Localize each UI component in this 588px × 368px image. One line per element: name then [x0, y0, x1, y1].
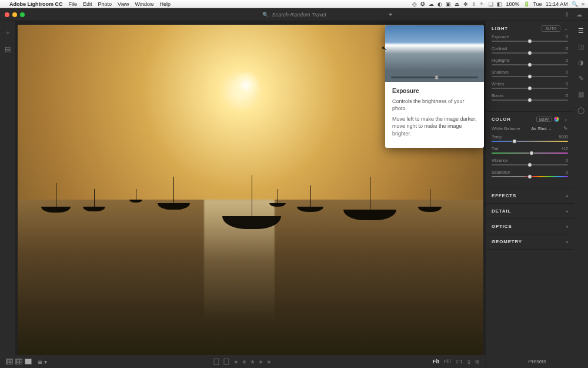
linear-gradient-icon[interactable]: ▥ — [578, 91, 584, 98]
square-grid-view-icon[interactable] — [15, 359, 22, 364]
slider-track[interactable] — [492, 88, 568, 89]
filmstrip-icon[interactable]: ⊞ — [475, 359, 480, 364]
geometry-section[interactable]: GEOMETRY ◂ — [486, 234, 574, 250]
slider-handle[interactable] — [527, 98, 532, 102]
radial-gradient-icon[interactable]: ◯ — [577, 107, 584, 114]
image-canvas[interactable]: ↖ Exposure Controls the brightness of yo… — [15, 21, 486, 355]
minimize-window-button[interactable] — [12, 12, 17, 17]
detail-section[interactable]: DETAIL ◂ — [486, 204, 574, 219]
slider-handle[interactable] — [527, 51, 532, 55]
slider-track[interactable] — [492, 152, 568, 154]
search-placeholder: Search Random Travel — [272, 12, 326, 18]
clock-time[interactable]: 11:14 AM — [546, 1, 568, 7]
light-section: LIGHT AUTO ⌄ Exposure0 Contrast0 Highlig… — [486, 21, 574, 112]
slider-handle[interactable] — [527, 39, 532, 44]
wb-dropdown-icon[interactable]: ⌄ — [548, 126, 552, 131]
slider-label: Highlights — [492, 58, 510, 62]
slider-value: 0 — [566, 82, 568, 86]
color-mixer-icon[interactable] — [554, 117, 559, 122]
slider-handle[interactable] — [527, 163, 532, 167]
light-chevron-icon[interactable]: ⌄ — [564, 26, 568, 31]
filter-icon[interactable]: ⏷ — [388, 12, 393, 18]
library-icon[interactable]: ▤ — [4, 45, 12, 53]
slider-handle[interactable] — [527, 174, 532, 179]
menu-photo[interactable]: Photo — [98, 1, 112, 7]
status-icon[interactable]: ⇪ — [472, 1, 476, 7]
status-icon[interactable]: ✻ — [463, 1, 468, 7]
tooltip-preview — [385, 25, 484, 82]
slider-label: Temp — [492, 135, 502, 139]
wifi-icon[interactable]: ᯤ — [480, 1, 485, 7]
slider-value: 5000 — [559, 135, 568, 139]
optics-section[interactable]: OPTICS ◂ — [486, 219, 574, 234]
share-icon[interactable]: ⇧ — [564, 11, 569, 18]
slider-label: Contrast — [492, 47, 507, 51]
fullscreen-window-button[interactable] — [20, 12, 25, 17]
status-icon[interactable]: ❑ — [489, 1, 493, 7]
status-icon[interactable]: ◧ — [497, 1, 502, 7]
crop-icon[interactable]: ◫ — [578, 43, 584, 51]
slider-track[interactable] — [492, 76, 568, 77]
eyedropper-icon[interactable]: ✎ — [563, 125, 568, 131]
slider-track[interactable] — [492, 176, 568, 177]
app-name[interactable]: Adobe Lightroom CC — [9, 1, 63, 7]
optics-title: OPTICS — [492, 224, 512, 229]
menu-window[interactable]: Window — [135, 1, 153, 7]
search-field[interactable]: 🔍 Search Random Travel — [262, 12, 326, 18]
star-rating[interactable]: ★ ★ ★ ★ ★ — [233, 359, 272, 365]
tooltip-text-1: Controls the brightness of your photo. — [392, 98, 477, 112]
info-icon[interactable]: ▯ — [467, 359, 470, 364]
status-icon[interactable]: ☁ — [429, 1, 434, 7]
brush-icon[interactable]: ✎ — [579, 75, 584, 82]
tooltip-title: Exposure — [392, 88, 477, 94]
close-window-button[interactable] — [5, 12, 9, 17]
status-icon[interactable]: ⏏ — [455, 1, 460, 7]
sort-icon[interactable]: ≣ ▾ — [38, 359, 47, 365]
zoom-1to1[interactable]: 1:1 — [455, 359, 463, 364]
menu-file[interactable]: File — [69, 1, 78, 7]
slider-track[interactable] — [492, 141, 568, 142]
slider-handle[interactable] — [529, 151, 534, 155]
tooltip-slider-handle[interactable] — [435, 75, 439, 79]
pick-flag-icon[interactable] — [213, 359, 219, 365]
slider-handle[interactable] — [512, 139, 517, 144]
slider-value: 0 — [566, 58, 568, 62]
grid-view-icon[interactable] — [6, 359, 13, 364]
menu-view[interactable]: View — [118, 1, 129, 7]
status-icon[interactable]: ◎ — [412, 1, 417, 7]
slider-handle[interactable] — [527, 62, 532, 67]
slider-track[interactable] — [492, 64, 568, 65]
zoom-fit[interactable]: Fit — [433, 359, 439, 364]
slider-handle[interactable] — [527, 86, 532, 91]
status-icon[interactable]: ▣ — [446, 1, 451, 7]
bw-toggle[interactable]: B&W — [536, 117, 552, 122]
slider-track[interactable] — [492, 164, 568, 165]
slider-label: Whites — [492, 82, 504, 86]
slider-track[interactable] — [492, 52, 568, 54]
reject-flag-icon[interactable] — [223, 359, 229, 365]
effects-section[interactable]: EFFECTS ◂ — [486, 188, 574, 204]
status-icon[interactable]: ◐ — [437, 1, 442, 7]
battery-icon[interactable]: 🔋 — [523, 1, 530, 7]
cloud-sync-icon[interactable]: ☁ — [576, 11, 582, 18]
geometry-title: GEOMETRY — [492, 239, 522, 244]
slider-label: Vibrance — [492, 158, 508, 163]
slider-track[interactable] — [492, 41, 568, 42]
slider-track[interactable] — [492, 100, 568, 101]
presets-button[interactable]: Presets — [486, 355, 588, 368]
single-view-icon[interactable] — [25, 359, 32, 364]
menu-help[interactable]: Help — [159, 1, 171, 7]
color-chevron-icon[interactable]: ⌄ — [564, 117, 568, 122]
zoom-fill[interactable]: Fill — [444, 359, 451, 364]
heal-icon[interactable]: ◑ — [578, 59, 584, 67]
auto-button[interactable]: AUTO — [542, 25, 560, 32]
status-icon[interactable]: ✪ — [420, 1, 425, 7]
menu-edit[interactable]: Edit — [83, 1, 92, 7]
edit-sliders-icon[interactable]: ☰ — [578, 27, 584, 35]
menu-icon[interactable]: ≡ — [582, 1, 584, 7]
add-photos-icon[interactable]: ＋ — [4, 28, 12, 37]
wb-value[interactable]: As Shot — [532, 126, 547, 131]
slider-handle[interactable] — [527, 74, 532, 79]
spotlight-icon[interactable]: 🔍 — [572, 1, 578, 7]
clock-day[interactable]: Tue — [533, 1, 542, 7]
